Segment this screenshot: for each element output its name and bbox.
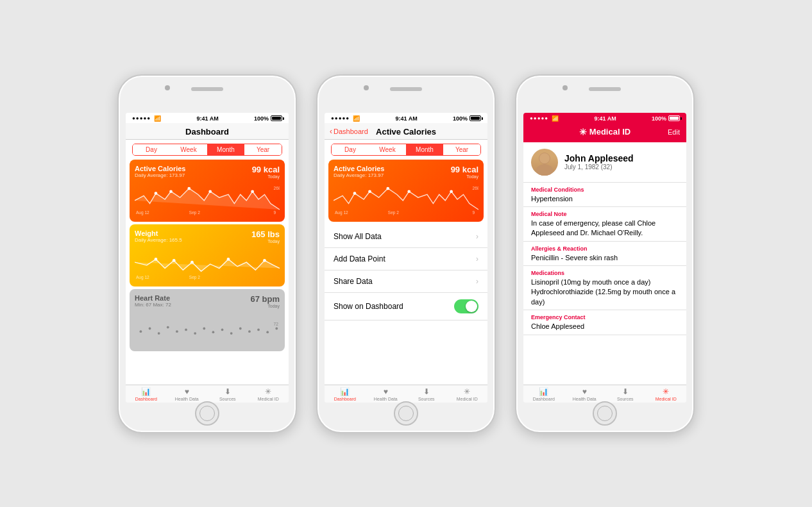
profile-name: John Appleseed xyxy=(564,153,634,163)
tab-sources-3[interactable]: ⬇ Sources xyxy=(605,388,646,401)
tab-label-dashboard-3: Dashboard xyxy=(533,397,555,401)
home-inner-3 xyxy=(597,406,613,421)
phone-2: ●●●●● 📶 9:41 AM 100% ‹ Dashboard Active … xyxy=(316,74,496,433)
allergies-value: Penicillin - Severe skin rash xyxy=(531,253,679,263)
tab-label-health-3: Health Data xyxy=(573,397,596,401)
speaker-2 xyxy=(390,87,422,91)
asterisk-icon: ✳ xyxy=(579,127,587,137)
medical-header: ✳ Medical ID Edit xyxy=(523,123,686,142)
seg-month-2[interactable]: Month xyxy=(406,144,443,155)
svg-point-26 xyxy=(230,332,233,335)
nav-bar-1: Dashboard xyxy=(126,123,289,140)
tab-medical-1[interactable]: ✳ Medical ID xyxy=(248,388,289,401)
tab-medical-3[interactable]: ✳ Medical ID xyxy=(646,388,687,401)
tab-sources-1[interactable]: ⬇ Sources xyxy=(207,388,248,401)
tab-dashboard-2[interactable]: 📊 Dashboard xyxy=(325,388,366,401)
tab-label-health-2: Health Data xyxy=(374,397,398,401)
svg-text:Sep 2: Sep 2 xyxy=(388,210,400,215)
dashboard-icon-2: 📊 xyxy=(340,388,350,395)
svg-point-1 xyxy=(169,190,173,193)
weight-card[interactable]: Weight Daily Average: 165.5 165 lbs Toda… xyxy=(130,224,285,287)
back-button-2[interactable]: ‹ Dashboard xyxy=(330,127,368,136)
list-section-2: Show All Data › Add Data Point › Share D… xyxy=(325,226,487,320)
show-on-dashboard-item[interactable]: Show on Dashboard xyxy=(325,293,487,320)
dashboard-toggle[interactable] xyxy=(454,299,478,313)
svg-point-17 xyxy=(149,327,151,329)
seg-week-1[interactable]: Week xyxy=(170,144,207,155)
nav-bar-2: ‹ Dashboard Active Calories xyxy=(325,123,487,140)
segment-1[interactable]: Day Week Month Year xyxy=(132,144,282,156)
camera-3 xyxy=(562,85,568,90)
weight-chart-1: Aug 12 Sep 2 xyxy=(135,246,280,281)
seg-year-2[interactable]: Year xyxy=(443,144,480,155)
phone-3: ●●●●● 📶 9:41 AM 100% ✳ Medical ID Edit xyxy=(515,74,695,433)
tab-dashboard-3[interactable]: 📊 Dashboard xyxy=(523,388,564,401)
tab-label-sources-2: Sources xyxy=(418,397,435,401)
svg-point-10 xyxy=(173,258,176,262)
tab-healthdata-1[interactable]: ♥ Health Data xyxy=(167,388,208,401)
seg-day-2[interactable]: Day xyxy=(332,144,369,155)
svg-point-11 xyxy=(190,260,194,263)
active-calories-card[interactable]: Active Calories Daily Average: 173.97 99… xyxy=(130,160,285,222)
share-data-item[interactable]: Share Data › xyxy=(325,270,487,293)
seg-month-1[interactable]: Month xyxy=(207,144,244,155)
svg-text:Aug 12: Aug 12 xyxy=(136,210,149,215)
seg-year-1[interactable]: Year xyxy=(244,144,282,155)
medical-note-section: Medical Note In case of emergency, pleas… xyxy=(523,207,686,242)
tab-label-medical-3: Medical ID xyxy=(656,397,677,401)
camera-1 xyxy=(165,85,170,90)
chevron-icon-2: › xyxy=(476,277,478,286)
show-on-dashboard-label: Show on Dashboard xyxy=(334,302,403,311)
svg-point-12 xyxy=(227,258,230,261)
tab-healthdata-2[interactable]: ♥ Health Data xyxy=(366,388,407,401)
status-bar-1: ●●●●● 📶 9:41 AM 100% xyxy=(126,113,289,123)
svg-point-16 xyxy=(140,330,142,333)
time-2: 9:41 AM xyxy=(395,115,417,122)
edit-button[interactable]: Edit xyxy=(668,128,680,136)
svg-text:Aug 12: Aug 12 xyxy=(136,274,149,279)
svg-text:268: 268 xyxy=(274,185,280,190)
note-value: In case of emergency, please call Chloe … xyxy=(531,219,679,238)
back-chevron-2: ‹ xyxy=(330,127,332,136)
card-value-hr: 67 bpm xyxy=(250,294,280,304)
home-button-1[interactable] xyxy=(195,401,219,426)
segment-2[interactable]: Day Week Month Year xyxy=(331,144,481,156)
chart-subtitle-2: Daily Average: 173.97 xyxy=(334,172,384,178)
battery-pct-3: 100% xyxy=(652,115,666,122)
tab-dashboard-1[interactable]: 📊 Dashboard xyxy=(126,388,167,401)
seg-day-1[interactable]: Day xyxy=(133,144,170,155)
active-calories-chart-2: Active Calories Daily Average: 173.97 99… xyxy=(328,160,484,222)
battery-pct-1: 100% xyxy=(254,115,269,122)
tab-label-sources-1: Sources xyxy=(219,397,236,401)
tab-healthdata-3[interactable]: ♥ Health Data xyxy=(564,388,605,401)
tab-medical-2[interactable]: ✳ Medical ID xyxy=(447,388,488,401)
battery-pct-2: 100% xyxy=(453,115,468,122)
health-icon-1: ♥ xyxy=(185,388,189,395)
tab-label-dashboard-2: Dashboard xyxy=(334,397,356,401)
svg-point-3 xyxy=(208,190,212,193)
phones-container: ●●●●● 📶 9:41 AM 100% Dashboard Day Week … xyxy=(117,74,695,433)
heart-rate-card[interactable]: Heart Rate Min: 67 Max: 72 67 bpm Today xyxy=(130,289,285,351)
seg-week-2[interactable]: Week xyxy=(369,144,406,155)
svg-text:72: 72 xyxy=(274,321,279,326)
svg-point-31 xyxy=(275,327,278,329)
home-button-3[interactable] xyxy=(593,401,617,426)
camera-2 xyxy=(364,85,369,90)
profile-dob: July 1, 1982 (32) xyxy=(564,163,634,170)
add-data-point-item[interactable]: Add Data Point › xyxy=(325,248,487,270)
tab-label-medical-1: Medical ID xyxy=(258,397,279,401)
tab-label-health-1: Health Data xyxy=(175,397,199,401)
svg-text:Aug 12: Aug 12 xyxy=(335,210,348,215)
svg-point-20 xyxy=(176,330,178,333)
tab-sources-2[interactable]: ⬇ Sources xyxy=(406,388,447,401)
svg-point-23 xyxy=(203,327,205,329)
home-button-2[interactable] xyxy=(394,401,418,426)
svg-point-19 xyxy=(167,326,169,328)
medical-icon-2: ✳ xyxy=(464,388,470,395)
profile-section: John Appleseed July 1, 1982 (32) xyxy=(523,142,686,183)
svg-text:9: 9 xyxy=(274,210,276,214)
page-title-1: Dashboard xyxy=(185,127,229,137)
card-value-weight: 165 lbs xyxy=(251,229,280,239)
svg-point-27 xyxy=(239,327,242,329)
show-all-data-item[interactable]: Show All Data › xyxy=(325,226,487,248)
